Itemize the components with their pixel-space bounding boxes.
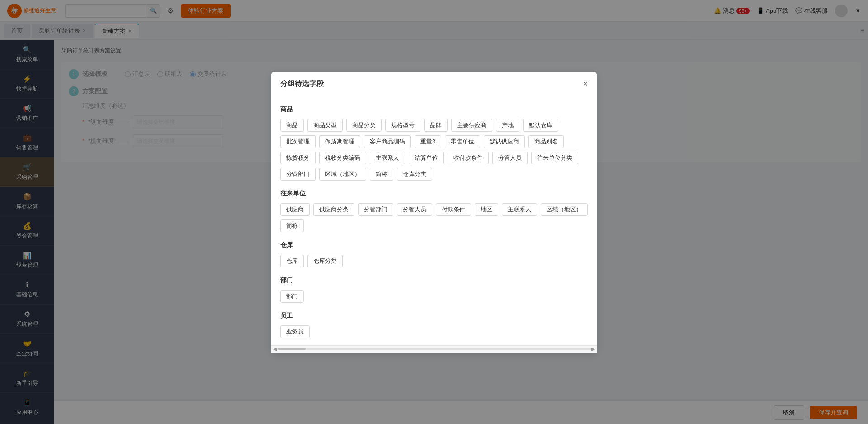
modal-section-3: 部门部门 — [280, 276, 588, 303]
section-title-2: 仓库 — [280, 241, 588, 249]
field-grid-2: 仓库仓库分类 — [280, 255, 588, 267]
field-tag-3-0[interactable]: 部门 — [280, 290, 304, 303]
modal-overlay: 分组待选字段 × 商品商品商品类型商品分类规格型号品牌主要供应商产地默认仓库批次… — [0, 0, 868, 424]
field-tag-0-11[interactable]: 重量3 — [415, 135, 441, 148]
field-tag-1-0[interactable]: 供应商 — [280, 203, 310, 216]
field-tag-0-24[interactable]: 简称 — [370, 168, 393, 181]
modal-close-button[interactable]: × — [583, 80, 588, 88]
field-tag-0-19[interactable]: 收付款条件 — [448, 152, 489, 164]
hscroll-track[interactable] — [277, 348, 591, 350]
field-tag-1-5[interactable]: 地区 — [475, 203, 498, 216]
modal-header: 分组待选字段 × — [271, 72, 597, 96]
field-tag-0-21[interactable]: 往来单位分类 — [531, 152, 578, 164]
modal-section-2: 仓库仓库仓库分类 — [280, 241, 588, 267]
hscroll-thumb[interactable] — [278, 348, 306, 350]
field-tag-0-17[interactable]: 主联系人 — [370, 152, 405, 164]
field-tag-0-12[interactable]: 零售单位 — [445, 135, 480, 148]
field-tag-1-7[interactable]: 区域（地区） — [541, 203, 588, 216]
field-tag-1-2[interactable]: 分管部门 — [358, 203, 393, 216]
field-tag-0-20[interactable]: 分管人员 — [492, 152, 528, 164]
field-grid-0: 商品商品类型商品分类规格型号品牌主要供应商产地默认仓库批次管理保质期管理客户商品… — [280, 119, 588, 181]
field-tag-0-13[interactable]: 默认供应商 — [484, 135, 525, 148]
field-tag-1-8[interactable]: 简称 — [280, 219, 304, 232]
field-tag-0-22[interactable]: 分管部门 — [280, 168, 316, 181]
field-tag-0-6[interactable]: 产地 — [496, 119, 519, 132]
modal-section-0: 商品商品商品类型商品分类规格型号品牌主要供应商产地默认仓库批次管理保质期管理客户… — [280, 105, 588, 181]
field-grid-3: 部门 — [280, 290, 588, 303]
modal-hscroll[interactable]: ◀ ▶ — [271, 345, 597, 353]
field-tag-0-8[interactable]: 批次管理 — [280, 135, 316, 148]
field-tag-0-14[interactable]: 商品别名 — [528, 135, 564, 148]
field-tag-4-0[interactable]: 业务员 — [280, 325, 310, 338]
field-tag-1-4[interactable]: 付款条件 — [436, 203, 471, 216]
field-tag-2-0[interactable]: 仓库 — [280, 255, 304, 267]
section-title-0: 商品 — [280, 105, 588, 114]
field-tag-1-1[interactable]: 供应商分类 — [313, 203, 354, 216]
section-title-4: 员工 — [280, 312, 588, 320]
field-tag-0-2[interactable]: 商品分类 — [346, 119, 382, 132]
modal-dialog: 分组待选字段 × 商品商品商品类型商品分类规格型号品牌主要供应商产地默认仓库批次… — [271, 72, 597, 353]
modal-section-4: 员工业务员 — [280, 312, 588, 338]
modal-section-1: 往来单位供应商供应商分类分管部门分管人员付款条件地区主联系人区域（地区）简称 — [280, 190, 588, 232]
section-title-1: 往来单位 — [280, 190, 588, 198]
field-tag-0-16[interactable]: 税收分类编码 — [319, 152, 366, 164]
modal-title: 分组待选字段 — [280, 79, 324, 89]
field-tag-1-6[interactable]: 主联系人 — [502, 203, 537, 216]
field-tag-0-4[interactable]: 品牌 — [424, 119, 448, 132]
field-tag-2-1[interactable]: 仓库分类 — [307, 255, 343, 267]
field-tag-0-9[interactable]: 保质期管理 — [319, 135, 360, 148]
field-tag-0-0[interactable]: 商品 — [280, 119, 304, 132]
field-tag-0-18[interactable]: 结算单位 — [409, 152, 444, 164]
field-tag-0-15[interactable]: 拣货积分 — [280, 152, 316, 164]
field-tag-1-3[interactable]: 分管人员 — [397, 203, 432, 216]
field-grid-4: 业务员 — [280, 325, 588, 338]
field-tag-0-10[interactable]: 客户商品编码 — [364, 135, 411, 148]
field-tag-0-3[interactable]: 规格型号 — [385, 119, 420, 132]
field-tag-0-1[interactable]: 商品类型 — [307, 119, 343, 132]
modal-body: 商品商品商品类型商品分类规格型号品牌主要供应商产地默认仓库批次管理保质期管理客户… — [271, 96, 597, 345]
field-tag-0-7[interactable]: 默认仓库 — [523, 119, 558, 132]
field-tag-0-25[interactable]: 仓库分类 — [397, 168, 432, 181]
field-grid-1: 供应商供应商分类分管部门分管人员付款条件地区主联系人区域（地区）简称 — [280, 203, 588, 232]
section-title-3: 部门 — [280, 276, 588, 285]
field-tag-0-23[interactable]: 区域（地区） — [319, 168, 366, 181]
field-tag-0-5[interactable]: 主要供应商 — [451, 119, 492, 132]
